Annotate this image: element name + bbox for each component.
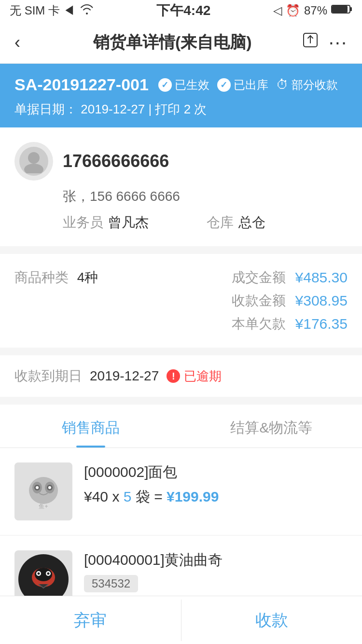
battery-icon xyxy=(331,4,352,17)
order-header: SA-20191227-001 ✓ 已生效 ✓ 已出库 ⏱ 部分收款 单据日期：… xyxy=(0,64,362,127)
svg-point-23 xyxy=(47,573,50,575)
cancel-review-button[interactable]: 弃审 xyxy=(0,600,181,641)
svg-point-22 xyxy=(38,573,40,575)
warehouse-label: 仓库 xyxy=(207,213,234,232)
owed-amount-label: 本单欠款 xyxy=(218,315,286,333)
svg-point-14 xyxy=(48,486,51,489)
bread-unit: 袋 xyxy=(136,489,150,504)
tab-settlement[interactable]: 结算&物流等 xyxy=(181,405,362,448)
customer-name: 17666666666 xyxy=(63,151,169,171)
salesperson-label: 业务员 xyxy=(63,213,103,232)
back-button[interactable]: ‹ xyxy=(14,32,43,53)
bread-price-unit: ¥40 xyxy=(84,489,108,504)
check-icon-1: ✓ xyxy=(158,78,172,92)
wifi-icon xyxy=(80,4,94,17)
product-badge-cookie: 534532 xyxy=(84,575,138,592)
alarm-icon: ⏰ xyxy=(286,4,300,17)
due-date-value: 2019-12-27 xyxy=(90,368,159,384)
order-date: 2019-12-27 xyxy=(81,102,145,116)
customer-top: 17666666666 xyxy=(14,142,348,181)
warehouse-value: 总仓 xyxy=(238,213,265,232)
overdue-badge: ! 已逾期 xyxy=(167,368,222,385)
received-amount-label: 收款金额 xyxy=(218,292,286,310)
svg-rect-1 xyxy=(350,7,352,11)
product-item-bread: 鱼+ [0000002]面包 ¥40 x 5 袋 = ¥199.99 xyxy=(0,448,362,535)
product-price-row-bread: ¥40 x 5 袋 = ¥199.99 xyxy=(84,487,348,507)
bread-qty: 5 xyxy=(124,489,132,504)
salesperson-value: 曾凡杰 xyxy=(108,213,149,232)
check-icon-2: ✓ xyxy=(217,78,231,92)
order-date-row: 单据日期： 2019-12-27 | 打印 2 次 xyxy=(14,101,348,118)
status-time: 下午4:42 xyxy=(156,1,210,20)
received-amount-row: 收款金额 ¥308.95 xyxy=(218,292,348,310)
svg-point-13 xyxy=(36,486,39,489)
tabs-section: 销售商品 结算&物流等 xyxy=(0,405,362,448)
status-bar: 无 SIM 卡 ◀ 下午4:42 ◁ ⏰ 87% xyxy=(0,0,362,21)
location-icon: ◁ xyxy=(273,4,282,17)
print-info: | 打印 2 次 xyxy=(148,102,207,116)
share-icon[interactable] xyxy=(302,31,319,53)
svg-rect-2 xyxy=(332,6,348,13)
overdue-dot-icon: ! xyxy=(167,369,180,383)
owed-amount-row: 本单欠款 ¥176.35 xyxy=(218,315,348,333)
status-effective: ✓ 已生效 xyxy=(158,77,209,93)
status-right: ◁ ⏰ 87% xyxy=(273,4,352,17)
product-types-label: 商品种类 xyxy=(14,270,69,285)
product-thumb-bread: 鱼+ xyxy=(14,462,72,520)
clock-icon: ⏱ xyxy=(276,77,289,92)
deal-amount-value: ¥485.30 xyxy=(295,269,348,286)
product-info-bread: [0000002]面包 ¥40 x 5 袋 = ¥199.99 xyxy=(84,462,348,507)
product-name-cookie: [000400001]黄油曲奇 xyxy=(84,550,348,570)
page-title: 销货单详情(来自电脑) xyxy=(93,31,252,54)
svg-point-6 xyxy=(24,164,43,173)
avatar xyxy=(14,142,53,181)
nav-bar: ‹ 销货单详情(来自电脑) ··· xyxy=(0,21,362,64)
nav-actions: ··· xyxy=(302,31,348,53)
summary-section: 商品种类 4种 成交金额 ¥485.30 收款金额 ¥308.95 本单欠款 ¥… xyxy=(0,254,362,348)
overdue-text: 已逾期 xyxy=(184,368,222,385)
customer-section: 17666666666 张，156 6666 6666 业务员 曾凡杰 仓库 总… xyxy=(0,127,362,246)
date-label: 单据日期： xyxy=(14,102,77,116)
status-shipped: ✓ 已出库 xyxy=(217,77,268,93)
collect-payment-button[interactable]: 收款 xyxy=(181,600,362,641)
status-left: 无 SIM 卡 ◀ xyxy=(10,3,94,18)
summary-left: 商品种类 4种 xyxy=(14,268,98,292)
order-id: SA-20191227-001 xyxy=(14,75,149,94)
avatar-icon xyxy=(19,147,48,176)
product-types-row: 商品种类 4种 xyxy=(14,268,98,287)
tab-sales-products[interactable]: 销售商品 xyxy=(0,405,181,448)
more-icon[interactable]: ··· xyxy=(329,31,348,53)
bread-total: ¥199.99 xyxy=(167,489,219,504)
owed-amount-value: ¥176.35 xyxy=(295,316,348,332)
deal-amount-label: 成交金额 xyxy=(218,268,286,287)
summary-right: 成交金额 ¥485.30 收款金额 ¥308.95 本单欠款 ¥176.35 xyxy=(218,268,348,333)
battery-level: 87% xyxy=(304,4,327,17)
order-id-row: SA-20191227-001 ✓ 已生效 ✓ 已出库 ⏱ 部分收款 xyxy=(14,75,348,94)
status-partial: ⏱ 部分收款 xyxy=(276,77,338,93)
deal-amount-row: 成交金额 ¥485.30 xyxy=(218,268,348,287)
product-name-bread: [0000002]面包 xyxy=(84,462,348,482)
customer-meta: 业务员 曾凡杰 仓库 总仓 xyxy=(14,213,348,232)
sim-status: 无 SIM 卡 ◀ xyxy=(10,3,75,18)
svg-point-5 xyxy=(28,152,40,164)
status-tags: ✓ 已生效 ✓ 已出库 ⏱ 部分收款 xyxy=(158,77,338,93)
customer-info: 张，156 6666 6666 xyxy=(14,187,348,206)
due-date-section: 收款到期日 2019-12-27 ! 已逾期 xyxy=(0,355,362,397)
svg-text:鱼+: 鱼+ xyxy=(39,503,48,510)
due-date-label: 收款到期日 xyxy=(14,367,82,385)
received-amount-value: ¥308.95 xyxy=(295,293,348,309)
bottom-bar: 弃审 收款 xyxy=(0,596,362,644)
product-types-value: 4种 xyxy=(77,270,98,285)
